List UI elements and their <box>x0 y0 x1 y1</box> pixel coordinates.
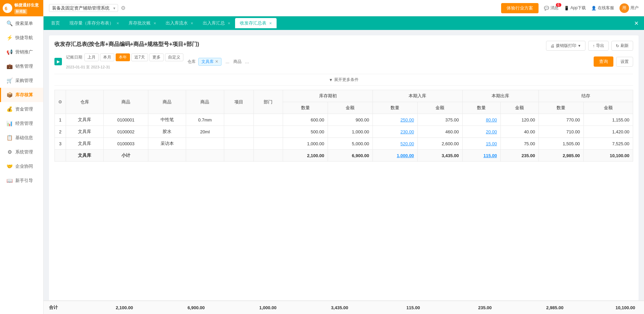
sidebar-item-label: 采购管理 <box>15 78 33 84</box>
date-btn-更多[interactable]: 更多 <box>149 53 164 61</box>
row-bal-amt: 1,155.00 <box>583 114 633 126</box>
sidebar-item-label: 库存核算 <box>15 92 33 98</box>
tab-close-icon[interactable]: ✕ <box>116 21 119 25</box>
tab-收发存汇总表[interactable]: 收发存汇总表✕ <box>235 18 277 28</box>
row-goods: 采访本 <box>148 138 186 150</box>
in-qty-link[interactable]: 250.00 <box>400 117 414 122</box>
page-container: 收发存汇总表(按仓库+商品编码+商品+规格型号+项目+部门) 🖨 拨销版打印 ▼… <box>49 35 639 301</box>
footer-bal-amt: 10,100.00 <box>567 305 639 310</box>
out-qty-link[interactable]: 115.00 <box>483 153 497 158</box>
in-qty-link[interactable]: 1,000.00 <box>397 153 414 158</box>
date-btn-本月[interactable]: 本月 <box>100 53 114 61</box>
tab-close-icon[interactable]: ✕ <box>191 21 193 25</box>
warehouse-tag-close-icon[interactable]: ✕ <box>215 59 218 64</box>
col-bal-qty: 数量 <box>539 102 583 114</box>
row-in-qty[interactable]: 230.00 <box>373 126 417 138</box>
tab-库存批次账[interactable]: 库存批次账✕ <box>124 18 161 28</box>
row-in-qty[interactable]: 520.00 <box>373 138 417 150</box>
export-button[interactable]: ↑ 导出 <box>588 41 609 51</box>
finance-icon: 💰 <box>6 106 13 112</box>
row-out-qty[interactable]: 115.00 <box>462 150 500 162</box>
row-bal-amt: 7,525.00 <box>583 138 633 150</box>
goods-filter: 商品 ... <box>233 59 249 65</box>
out-qty-link[interactable]: 20.00 <box>486 129 497 134</box>
message-icon: 💬 <box>544 6 549 11</box>
settings-button[interactable]: 设置 <box>616 57 633 67</box>
sidebar-item-finance[interactable]: 💰资金管理 <box>0 102 43 116</box>
row-project <box>224 150 253 162</box>
sidebar-item-management[interactable]: 📊经营管理 <box>0 116 43 131</box>
sidebar-item-inventory[interactable]: 📦库存核算 <box>0 88 43 102</box>
sidebar-item-search[interactable]: 🔍搜索菜单 <box>0 16 43 31</box>
goods-more-dots[interactable]: ... <box>245 59 249 64</box>
date-btn-近7天[interactable]: 近7天 <box>131 53 148 61</box>
row-open-qty: 1,000.00 <box>283 138 328 150</box>
sidebar-item-sales[interactable]: 💼销售管理 <box>0 59 43 73</box>
row-code: 小计 <box>103 150 148 162</box>
topbar: 装备及固定资产辅助管理系统 ⚙ 体验行业方案 💬 消息 6 📱 App下载 👤 … <box>44 0 644 16</box>
tab-出入库流水[interactable]: 出入库流水✕ <box>161 18 198 28</box>
close-all-tabs-button[interactable]: ✕ <box>631 19 641 28</box>
message-icon-item[interactable]: 💬 消息 6 <box>544 5 559 11</box>
row-in-qty[interactable]: 1,000.00 <box>373 150 417 162</box>
date-btn-自定义[interactable]: 自定义 <box>165 53 183 61</box>
user-item[interactable]: 用 用户 <box>620 3 639 13</box>
tab-出入库汇总[interactable]: 出入库汇总✕ <box>198 18 235 28</box>
sidebar-item-cooperation[interactable]: 🤝企业协同 <box>0 159 43 173</box>
print-button[interactable]: 🖨 拨销版打印 ▼ <box>546 41 585 51</box>
date-btn-本年[interactable]: 本年 <box>116 53 130 61</box>
date-options: 上月本月本年近7天更多自定义 <box>84 53 183 61</box>
row-spec: 0.7mm <box>186 114 224 126</box>
out-qty-link[interactable]: 80.00 <box>486 117 497 122</box>
expand-label: 展开更多条件 <box>334 77 359 83</box>
warehouse-tag[interactable]: 文具库 ✕ <box>198 58 221 66</box>
row-code: 0100002 <box>103 126 148 138</box>
action-buttons: 🖨 拨销版打印 ▼ ↑ 导出 ↻ 刷新 <box>546 41 633 51</box>
tab-label: 首页 <box>51 20 60 26</box>
gear-icon[interactable]: ⚙ <box>121 5 126 11</box>
app-download-item[interactable]: 📱 App下载 <box>564 5 586 11</box>
tab-close-icon[interactable]: ✕ <box>153 21 156 25</box>
tab-首页[interactable]: 首页 <box>46 18 65 28</box>
in-qty-link[interactable]: 520.00 <box>400 141 414 146</box>
trial-button[interactable]: 体验行业方案 <box>501 3 539 13</box>
settings-col-icon[interactable]: ⚙ <box>58 99 62 104</box>
row-open-amt: 900.00 <box>328 114 373 126</box>
col-settings[interactable]: ⚙ <box>55 90 66 114</box>
row-in-amt: 2,600.00 <box>417 138 462 150</box>
expand-more-bar[interactable]: ▼ 展开更多条件 <box>54 74 633 86</box>
sidebar-item-marketing[interactable]: 📢营销推广 <box>0 45 43 59</box>
sales-icon: 💼 <box>6 63 13 69</box>
filter-toggle-arrow[interactable]: ▶ <box>54 58 62 65</box>
sidebar-item-system[interactable]: ⚙系统管理 <box>0 145 43 159</box>
in-qty-link[interactable]: 230.00 <box>400 129 414 134</box>
tab-close-icon[interactable]: ✕ <box>228 21 230 25</box>
row-code: 0100001 <box>103 114 148 126</box>
row-out-amt: 40.00 <box>500 126 539 138</box>
sidebar-item-guide[interactable]: 📖新手引导 <box>0 173 43 188</box>
tab-close-icon[interactable]: ✕ <box>269 21 272 25</box>
query-button[interactable]: 查询 <box>594 56 613 67</box>
row-in-qty[interactable]: 250.00 <box>373 114 417 126</box>
brand-name: 畅捷通好生意 <box>14 2 39 8</box>
online-service-item[interactable]: 👤 在线客服 <box>591 5 614 11</box>
footer-out-qty: 115.00 <box>352 305 424 310</box>
sidebar-item-nav[interactable]: ⚡快捷导航 <box>0 31 43 45</box>
row-project <box>224 114 253 126</box>
refresh-button[interactable]: ↻ 刷新 <box>611 41 633 51</box>
row-index: 3 <box>55 138 66 150</box>
tab-现存量（库存分布表）[interactable]: 现存量（库存分布表）✕ <box>65 18 124 28</box>
out-qty-link[interactable]: 15.00 <box>486 141 497 146</box>
system-selector[interactable]: 装备及固定资产辅助管理系统 <box>49 4 118 12</box>
row-open-qty: 600.00 <box>283 114 328 126</box>
row-out-qty[interactable]: 80.00 <box>462 114 500 126</box>
date-btn-上月[interactable]: 上月 <box>84 53 99 61</box>
avatar: 用 <box>620 3 629 13</box>
col-header-goods: 商品 <box>148 90 186 114</box>
system-selector-wrap[interactable]: 装备及固定资产辅助管理系统 <box>49 4 118 12</box>
row-out-qty[interactable]: 15.00 <box>462 138 500 150</box>
sidebar-item-basic[interactable]: 📋基础信息 <box>0 131 43 145</box>
row-out-qty[interactable]: 20.00 <box>462 126 500 138</box>
sidebar-item-purchase[interactable]: 🛒采购管理 <box>0 73 43 88</box>
warehouse-more-dots[interactable]: ... <box>226 59 230 64</box>
